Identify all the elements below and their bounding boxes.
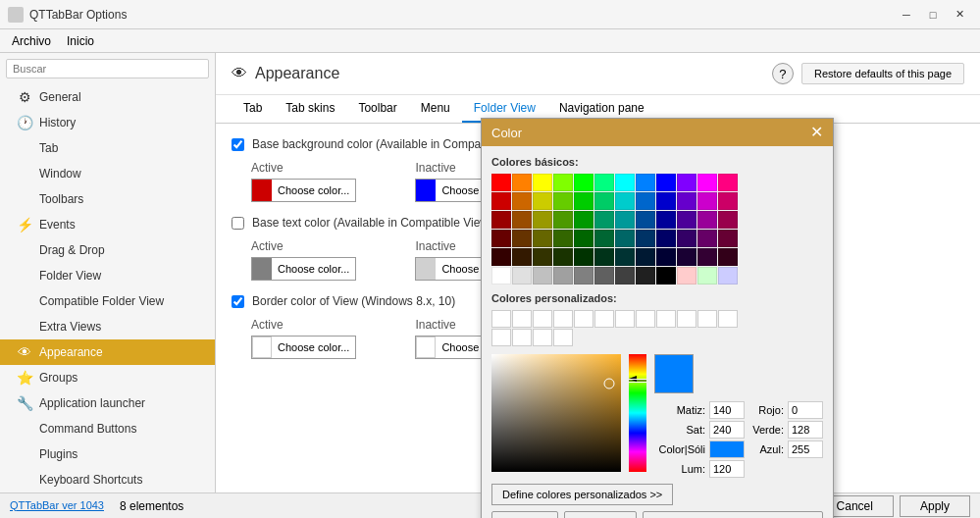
border-active-button[interactable]: Choose color... bbox=[251, 336, 356, 359]
custom-cell[interactable] bbox=[491, 329, 511, 346]
minimize-button[interactable]: ─ bbox=[894, 5, 919, 25]
color-cell[interactable] bbox=[656, 248, 676, 266]
custom-cell[interactable] bbox=[512, 329, 532, 346]
custom-cell[interactable] bbox=[615, 310, 635, 328]
color-cell[interactable] bbox=[594, 267, 614, 285]
color-cell[interactable] bbox=[636, 211, 655, 229]
color-cell[interactable] bbox=[491, 248, 511, 266]
color-cell[interactable] bbox=[533, 192, 552, 210]
custom-cell[interactable] bbox=[656, 310, 676, 328]
color-cell[interactable] bbox=[718, 267, 738, 285]
sidebar-item-history[interactable]: 🕐 History bbox=[0, 110, 215, 135]
color-cell[interactable] bbox=[553, 230, 573, 247]
dialog-close-button[interactable]: ✕ bbox=[810, 125, 823, 140]
color-cell[interactable] bbox=[677, 192, 696, 210]
color-cell[interactable] bbox=[594, 192, 614, 210]
color-cell[interactable] bbox=[533, 174, 552, 191]
color-cell[interactable] bbox=[512, 192, 532, 210]
color-cell[interactable] bbox=[656, 192, 676, 210]
color-cell[interactable] bbox=[512, 174, 532, 191]
dialog-cancel-button[interactable]: Cancelar bbox=[564, 511, 637, 518]
sidebar-item-plugins[interactable]: Plugins bbox=[0, 441, 215, 467]
lum-input[interactable] bbox=[709, 460, 745, 478]
maximize-button[interactable]: □ bbox=[920, 5, 946, 25]
color-cell[interactable] bbox=[697, 192, 717, 210]
sidebar-item-general[interactable]: ⚙ General bbox=[0, 84, 215, 110]
color-cell[interactable] bbox=[615, 230, 635, 247]
custom-cell[interactable] bbox=[533, 310, 552, 328]
color-cell[interactable] bbox=[553, 267, 573, 285]
tab-menu[interactable]: Menu bbox=[409, 95, 462, 123]
hue-slider[interactable] bbox=[629, 354, 646, 472]
border-color-checkbox[interactable] bbox=[232, 295, 244, 308]
color-cell[interactable] bbox=[574, 230, 593, 247]
color-cell[interactable] bbox=[553, 248, 573, 266]
color-cell[interactable] bbox=[697, 267, 717, 285]
color-cell[interactable] bbox=[533, 230, 552, 247]
custom-cell[interactable] bbox=[697, 310, 717, 328]
custom-cell[interactable] bbox=[491, 310, 511, 328]
menu-archivo[interactable]: Archivo bbox=[4, 32, 59, 50]
color-cell[interactable] bbox=[615, 174, 635, 191]
color-cell[interactable] bbox=[615, 211, 635, 229]
sidebar-item-groups[interactable]: ⭐ Groups bbox=[0, 365, 215, 390]
sidebar-item-drag-drop[interactable]: Drag & Drop bbox=[0, 237, 215, 263]
color-cell[interactable] bbox=[533, 267, 552, 285]
color-cell[interactable] bbox=[491, 174, 511, 191]
color-cell[interactable] bbox=[553, 174, 573, 191]
custom-cell[interactable] bbox=[677, 310, 696, 328]
color-cell[interactable] bbox=[574, 267, 593, 285]
color-cell[interactable] bbox=[697, 211, 717, 229]
custom-cell[interactable] bbox=[636, 310, 655, 328]
sidebar-item-events[interactable]: ⚡ Events bbox=[0, 212, 215, 237]
color-cell[interactable] bbox=[718, 192, 738, 210]
color-cell[interactable] bbox=[491, 230, 511, 247]
basic-colors-grid[interactable] bbox=[491, 174, 823, 285]
color-cell[interactable] bbox=[718, 211, 738, 229]
custom-cell[interactable] bbox=[574, 310, 593, 328]
color-cell[interactable] bbox=[636, 174, 655, 191]
help-icon[interactable]: ? bbox=[772, 63, 794, 84]
sidebar-item-compatible-folder-view[interactable]: Compatible Folder View bbox=[0, 288, 215, 314]
color-cell[interactable] bbox=[512, 211, 532, 229]
custom-cell[interactable] bbox=[553, 329, 573, 346]
color-cell[interactable] bbox=[491, 211, 511, 229]
sidebar-item-tab[interactable]: Tab bbox=[0, 135, 215, 161]
color-cell[interactable] bbox=[574, 248, 593, 266]
custom-cell[interactable] bbox=[533, 329, 552, 346]
azul-input[interactable] bbox=[788, 440, 823, 458]
sidebar-item-application-launcher[interactable]: 🔧 Application launcher bbox=[0, 390, 215, 416]
color-cell[interactable] bbox=[656, 211, 676, 229]
color-cell[interactable] bbox=[574, 174, 593, 191]
sidebar-item-extra-views[interactable]: Extra Views bbox=[0, 314, 215, 339]
custom-cell[interactable] bbox=[594, 310, 614, 328]
color-cell[interactable] bbox=[636, 230, 655, 247]
color-cell[interactable] bbox=[574, 192, 593, 210]
color-cell[interactable] bbox=[656, 174, 676, 191]
color-cell[interactable] bbox=[677, 230, 696, 247]
color-cell[interactable] bbox=[574, 211, 593, 229]
color-cell[interactable] bbox=[677, 248, 696, 266]
color-cell[interactable] bbox=[491, 267, 511, 285]
color-cell[interactable] bbox=[677, 211, 696, 229]
close-button[interactable]: ✕ bbox=[947, 5, 972, 25]
sidebar-item-window[interactable]: Window bbox=[0, 161, 215, 186]
color-cell[interactable] bbox=[615, 267, 635, 285]
accept-button[interactable]: Aceptar bbox=[491, 511, 558, 518]
color-cell[interactable] bbox=[512, 267, 532, 285]
base-bg-checkbox[interactable] bbox=[232, 138, 244, 151]
color-cell[interactable] bbox=[594, 230, 614, 247]
color-cell[interactable] bbox=[553, 211, 573, 229]
color-cell[interactable] bbox=[512, 230, 532, 247]
sidebar-item-appearance[interactable]: 👁 Appearance bbox=[0, 339, 215, 365]
color-cell[interactable] bbox=[491, 192, 511, 210]
rojo-input[interactable] bbox=[788, 401, 823, 419]
color-cell[interactable] bbox=[553, 192, 573, 210]
tab-tab[interactable]: Tab bbox=[232, 95, 274, 123]
color-cell[interactable] bbox=[636, 267, 655, 285]
verde-input[interactable] bbox=[788, 421, 823, 439]
color-cell[interactable] bbox=[615, 192, 635, 210]
color-cell[interactable] bbox=[615, 248, 635, 266]
sidebar-item-toolbars[interactable]: Toolbars bbox=[0, 186, 215, 212]
custom-cell[interactable] bbox=[718, 310, 738, 328]
